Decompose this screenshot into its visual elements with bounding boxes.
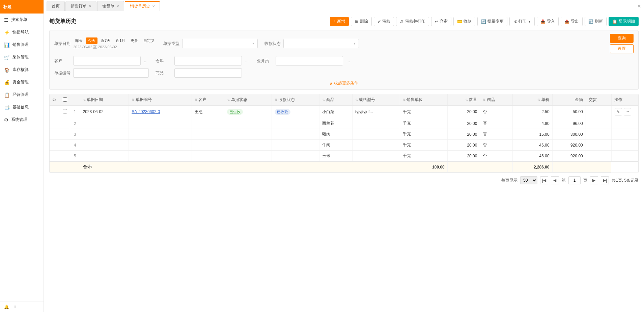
per-page-select[interactable]: 50 100 200 (520, 176, 537, 184)
col-checkbox[interactable] (60, 94, 70, 106)
doc-no-input[interactable] (73, 68, 149, 78)
col-doc-date[interactable]: ⇅ 单据日期 (80, 94, 129, 106)
summary-end (552, 161, 611, 173)
sidebar-item-purchase-mgmt[interactable]: 🛒 采购管理 (0, 51, 44, 63)
col-doc-status[interactable]: ⇅ 单据状态 (224, 94, 272, 106)
row-doc-no (129, 140, 192, 151)
sidebar-item-finance[interactable]: 💰 资金管理 (0, 76, 44, 88)
per-page-label: 每页显示 (501, 178, 517, 183)
last-page-btn[interactable]: ▶| (601, 176, 609, 184)
batch-change-button[interactable]: 🔄 批量变更 (477, 17, 507, 26)
sidebar-item-sys-mgmt[interactable]: ⚙ 系统管理 (0, 113, 44, 126)
table-settings-icon[interactable]: ⚙ (52, 98, 56, 102)
date-tab-yesterday[interactable]: 昨天 (73, 37, 85, 44)
row-settings-cell (50, 140, 60, 151)
sidebar-item-inventory[interactable]: 🏠 库存核算 (0, 63, 44, 76)
more-op-btn[interactable]: ⋯ (624, 108, 631, 115)
sort-icon-4: ⇅ (227, 98, 230, 102)
page-input[interactable] (568, 176, 581, 184)
date-tab-custom[interactable]: 自定义 (141, 37, 157, 44)
prev-page-btn[interactable]: ◀ (551, 176, 559, 184)
col-unit[interactable]: ⇅ 销售单位 (400, 94, 447, 106)
product-input[interactable] (174, 68, 242, 78)
finance-icon: 💰 (4, 80, 10, 85)
customer-input[interactable] (73, 56, 141, 66)
row-operation: ✎ ⋯ (611, 106, 638, 118)
select-all-checkbox[interactable] (63, 97, 67, 102)
col-customer[interactable]: ⇅ 客户 (192, 94, 224, 106)
col-spec[interactable]: ⇅ 规格型号 (352, 94, 400, 106)
doc-no-link[interactable]: SA-20230602-0 (132, 109, 160, 114)
doc-type-select[interactable]: ▼ (182, 39, 258, 48)
row-unit-price: 46.00 (513, 140, 553, 151)
new-button[interactable]: + 新增 (330, 17, 349, 26)
tab-sales-order[interactable]: 销售订单 ✕ (65, 1, 96, 11)
row-checkbox[interactable] (63, 109, 67, 113)
sidebar-item-basic-info[interactable]: 📑 基础信息 (0, 101, 44, 113)
col-settings[interactable]: ⚙ (50, 94, 60, 106)
audit-button[interactable]: ✔ 审核 (374, 17, 394, 26)
sidebar-item-ops-mgmt[interactable]: 📋 经营管理 (0, 88, 44, 101)
staff-ellipsis[interactable]: ... (345, 58, 351, 63)
import-icon: 📥 (540, 19, 545, 24)
payment-status-dropdown-icon: ▼ (353, 42, 356, 45)
next-page-btn[interactable]: ▶ (590, 176, 598, 184)
col-doc-no[interactable]: ⇅ 单据编号 (129, 94, 192, 106)
pause-icon[interactable]: ⏸ (12, 305, 17, 309)
date-tab-7days[interactable]: 近7天 (99, 37, 112, 44)
row-checkbox-cell[interactable] (60, 106, 70, 118)
tab-sales-history[interactable]: 销货单历史 ✕ (125, 1, 160, 11)
show-detail-button[interactable]: 📋 显示明细 (609, 17, 639, 26)
col-payment-status[interactable]: ⇅ 收款状态 (272, 94, 319, 106)
col-product[interactable]: ⇅ 商品 (319, 94, 353, 106)
date-tab-1month[interactable]: 近1月 (114, 37, 127, 44)
warehouse-ellipsis[interactable]: ... (244, 58, 250, 63)
row-checkbox-cell[interactable] (60, 129, 70, 140)
export-icon: 📤 (564, 19, 569, 24)
row-checkbox-cell[interactable] (60, 118, 70, 129)
warehouse-input[interactable] (174, 56, 242, 66)
payment-status-select[interactable]: ▼ (283, 39, 359, 48)
abandon-button[interactable]: ↩ 弃审 (431, 17, 451, 26)
close-sales-order-tab[interactable]: ✕ (89, 4, 91, 8)
sales-mgmt-icon: 📊 (4, 42, 10, 48)
export-button[interactable]: 📤 导出 (561, 17, 583, 26)
print-button[interactable]: 🖨 打印 ▼ (509, 17, 535, 26)
query-button[interactable]: 查询 (610, 34, 634, 43)
col-unit-price[interactable]: ⇅ 单价 (513, 94, 553, 106)
tab-home[interactable]: 首页 (47, 1, 65, 11)
audit-print-button[interactable]: 🖨 审核并打印 (396, 17, 429, 26)
sidebar-item-search-menu[interactable]: ☰ 搜索菜单 (0, 14, 44, 26)
staff-input[interactable] (276, 56, 343, 66)
row-spec (352, 140, 400, 151)
row-amount: 300.00 (552, 129, 586, 140)
collect-button[interactable]: 💳 收款 (453, 17, 475, 26)
row-checkbox-cell[interactable] (60, 151, 70, 162)
settings-button[interactable]: 设置 (610, 44, 634, 53)
sidebar-item-sales-mgmt[interactable]: 📊 销售管理 (0, 38, 44, 51)
warehouse-label: 仓库 (156, 58, 172, 64)
collapse-bar[interactable]: ∧ 收起更多条件 (54, 80, 634, 86)
close-sales-history-tab[interactable]: ✕ (152, 4, 155, 8)
date-tab-today[interactable]: 今天 (86, 37, 97, 44)
row-doc-date (80, 118, 129, 129)
customer-ellipsis[interactable]: ... (143, 58, 149, 63)
close-sales-delivery-tab[interactable]: ✕ (116, 4, 119, 8)
date-tab-more[interactable]: 更多 (129, 37, 140, 44)
notification-icon[interactable]: 🔔 (4, 305, 9, 309)
col-qty[interactable]: ⇅ 数量 (447, 94, 480, 106)
edit-btn[interactable]: ✎ (615, 108, 622, 115)
row-qty: 20.00 (447, 140, 480, 151)
import-button[interactable]: 📥 导入 (537, 17, 559, 26)
close-all-tabs[interactable]: ✕ (637, 3, 641, 9)
delete-button[interactable]: 🗑 删除 (351, 17, 372, 26)
sort-icon-2: ⇅ (132, 98, 134, 102)
refresh-button[interactable]: 🔃 刷新 (585, 17, 607, 26)
tab-sales-delivery[interactable]: 销货单 ✕ (97, 1, 124, 11)
sidebar-item-quick-nav[interactable]: ⚡ 快捷导航 (0, 26, 44, 38)
row-checkbox-cell[interactable] (60, 140, 70, 151)
first-page-btn[interactable]: |◀ (540, 176, 548, 184)
col-gift[interactable]: ⇅ 赠品 (480, 94, 513, 106)
product-ellipsis[interactable]: ... (244, 71, 250, 75)
row-operation (611, 118, 638, 129)
